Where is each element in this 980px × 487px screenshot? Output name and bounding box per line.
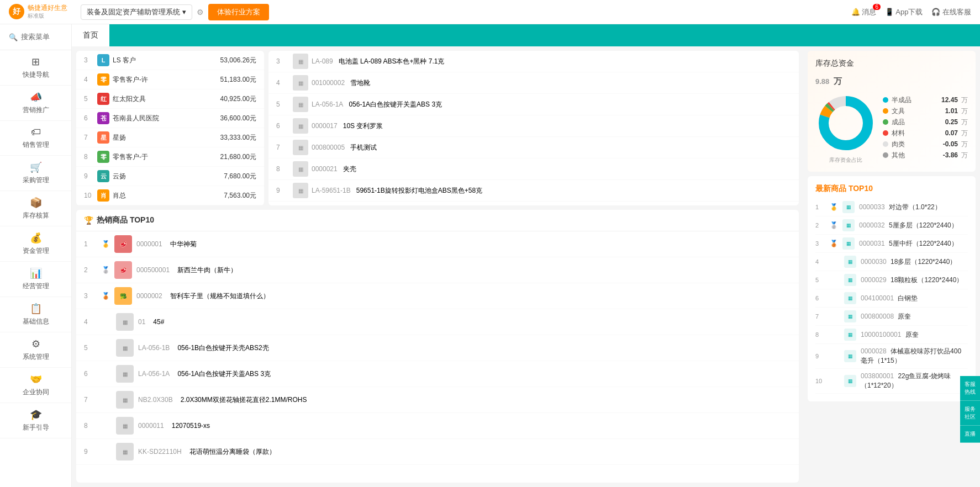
product-thumbnail: ▦ [844, 375, 856, 387]
header-right: 🔔 6 消息 📱 App下载 🎧 在线客服 [851, 7, 971, 17]
table-row: 5 红 红太阳文具 40,925.00元 [76, 89, 264, 109]
sidebar: 🔍 搜索菜单 ⊞ 快捷导航 📣 营销推广 🏷 销售管理 🛒 采购管理 📦 库存核… [0, 24, 72, 487]
content-body: 3 L LS 客户 53,006.26元 4 零 零售客户-许 51,183.0 [72, 46, 980, 487]
medal-icon: 🥉 [830, 240, 838, 247]
sidebar-item-finance[interactable]: 💰 资金管理 [0, 226, 71, 262]
quick-nav-icon: ⊞ [31, 56, 40, 68]
sidebar-item-guide[interactable]: 🎓 新手引导 [0, 403, 71, 438]
hot-products-title: 🏆 热销商品 TOP10 [76, 210, 799, 231]
list-item: 4 ▦ 0000030 18多层（1220*2440） [815, 253, 968, 271]
logo-sub: 标准版 [28, 12, 67, 20]
newest-title: 最新商品 TOP10 [815, 184, 968, 194]
legend-dot [883, 141, 888, 147]
system-selector[interactable]: 装备及固定资产辅助管理系统 ▾ [81, 4, 192, 20]
hot-products-list: 1 🥇 🥩 0000001 中华神菊 2 🥈 🥩 000500001 新西兰牛肉… [76, 231, 799, 465]
product-thumbnail: ▦ [116, 365, 134, 383]
product-thumbnail: 🥩 [114, 261, 132, 279]
system-name: 装备及固定资产辅助管理系统 [87, 7, 180, 17]
avatar: L [97, 54, 109, 66]
hot-products-main-panel: 🏆 热销商品 TOP10 1 🥇 🥩 0000001 中华神菊 2 [76, 210, 799, 483]
phone-icon: 📱 [885, 8, 894, 16]
product-image: ▦ [293, 75, 308, 91]
list-item: 4 ▦ 01 45# [76, 309, 799, 335]
online-service[interactable]: 🎧 在线客服 [931, 7, 971, 17]
sys-manage-icon: ⚙ [31, 338, 40, 350]
search-icon: 🔍 [9, 33, 18, 41]
content-wrapper: 首页 3 L LS 客户 [72, 24, 980, 487]
sidebar-item-company-coop[interactable]: 🤝 企业协同 [0, 368, 71, 403]
purchase-icon: 🛒 [30, 161, 42, 173]
table-row: 6 苍 苍南县人民医院 36,600.00元 [76, 109, 264, 128]
sidebar-item-base-info[interactable]: 📋 基础信息 [0, 297, 71, 332]
notification-badge: 6 [873, 4, 881, 10]
list-item: 2 🥈 🥩 000500001 新西兰牛肉（新牛） [76, 257, 799, 283]
finance-icon: 💰 [30, 232, 42, 244]
legend-item: 半成品 12.45 万 [883, 96, 968, 105]
gear-icon[interactable]: ⚙ [197, 8, 204, 17]
list-item: 3 🥉 🥦 0000002 智利车子里（规格不知道填什么） [76, 283, 799, 309]
float-btn-service-community[interactable]: 服务社区 [960, 401, 980, 426]
table-row: 7 星 星扬 33,333.00元 [76, 128, 264, 147]
sidebar-item-quick-nav[interactable]: ⊞ 快捷导航 [0, 50, 71, 86]
inventory-amount-display: 9.88 万 [815, 73, 968, 87]
list-item: 8 ▦ 10000100001 原奎 [815, 326, 968, 344]
medal-icon: 🥇 [830, 203, 838, 211]
sidebar-search[interactable]: 🔍 搜索菜单 [0, 24, 71, 50]
sidebar-item-sales[interactable]: 🏷 销售管理 [0, 121, 71, 156]
float-btn-live[interactable]: 直播 [960, 426, 980, 443]
sidebar-item-inventory[interactable]: 📦 库存核算 [0, 191, 71, 226]
trial-button[interactable]: 体验行业方案 [208, 4, 269, 20]
list-item: 9 ▦ KK-SD22110H 花语萌恒温分离睡袋（厚款） [76, 439, 799, 465]
trophy-icon: 🏆 [84, 216, 93, 225]
product-thumbnail: ▦ [116, 313, 134, 331]
headset-icon: 🎧 [931, 8, 940, 16]
customer-ranking-panel: 3 L LS 客户 53,006.26元 4 零 零售客户-许 51,183.0 [76, 51, 264, 205]
table-row: 5 ▦ LA-056-1A 056-1A白色按键开关盖ABS 3克 [268, 94, 799, 115]
product-thumbnail: ▦ [116, 391, 134, 409]
product-image: ▦ [293, 118, 308, 134]
list-item: 5 ▦ LA-056-1B 056-1B白色按键开关壳ABS2壳 [76, 335, 799, 361]
operations-icon: 📊 [30, 267, 42, 279]
product-thumbnail: ▦ [842, 219, 855, 231]
list-item: 7 ▦ 000800008 原奎 [815, 308, 968, 326]
sidebar-item-operations[interactable]: 📊 经营管理 [0, 262, 71, 297]
product-thumbnail: ▦ [116, 339, 134, 357]
legend-item: 其他 -3.86 万 [883, 151, 968, 160]
table-row: 3 L LS 客户 53,006.26元 [76, 51, 264, 70]
sidebar-item-sys-manage[interactable]: ⚙ 系统管理 [0, 332, 71, 368]
product-thumbnail: 🥦 [114, 287, 132, 305]
table-row: 8 ▦ 0000021 夹壳 [268, 158, 799, 180]
logo-area: 好 畅捷通好生意 标准版 [9, 4, 81, 19]
sales-icon: 🏷 [31, 126, 41, 138]
product-thumbnail: ▦ [116, 417, 134, 435]
product-image: ▦ [293, 183, 308, 198]
avatar: 星 [97, 131, 109, 144]
product-image: ▦ [293, 97, 308, 112]
ranking-content: 3 L LS 客户 53,006.26元 4 零 零售客户-许 51,183.0 [76, 51, 264, 205]
notification-bell[interactable]: 🔔 6 消息 [851, 7, 877, 17]
top-panels: 3 L LS 客户 53,006.26元 4 零 零售客户-许 51,183.0 [76, 51, 799, 205]
avatar: 肖 [97, 189, 109, 202]
product-thumbnail: ▦ [116, 443, 134, 460]
main-layout: 🔍 搜索菜单 ⊞ 快捷导航 📣 营销推广 🏷 销售管理 🛒 采购管理 📦 库存核… [0, 24, 980, 487]
legend-list: 半成品 12.45 万 文具 1.01 万 [883, 96, 968, 162]
donut-chart: 库存资金占比 [815, 93, 876, 164]
table-row: 10 肖 肖总 7,563.00元 [76, 186, 264, 205]
base-info-icon: 📋 [30, 303, 42, 315]
float-btn-customer-service[interactable]: 客服热线 [960, 376, 980, 401]
product-image: ▦ [293, 54, 308, 69]
sidebar-item-marketing[interactable]: 📣 营销推广 [0, 86, 71, 121]
tab-home[interactable]: 首页 [72, 24, 109, 46]
product-thumbnail: ▦ [844, 274, 856, 286]
avatar: 苍 [97, 112, 109, 124]
product-thumbnail: ▦ [844, 350, 856, 362]
product-thumbnail: ▦ [844, 256, 856, 268]
legend-item: 文具 1.01 万 [883, 107, 968, 116]
float-buttons: 客服热线 服务社区 直播 [960, 376, 980, 443]
search-menu-button[interactable]: 🔍 搜索菜单 [4, 30, 67, 44]
sidebar-item-purchase[interactable]: 🛒 采购管理 [0, 156, 71, 191]
list-item: 1 🥇 ▦ 0000033 对边带（1.0*22） [815, 198, 968, 216]
product-thumbnail: ▦ [844, 329, 856, 341]
app-download[interactable]: 📱 App下载 [885, 7, 923, 17]
medal-icon: 🥈 [830, 221, 838, 229]
